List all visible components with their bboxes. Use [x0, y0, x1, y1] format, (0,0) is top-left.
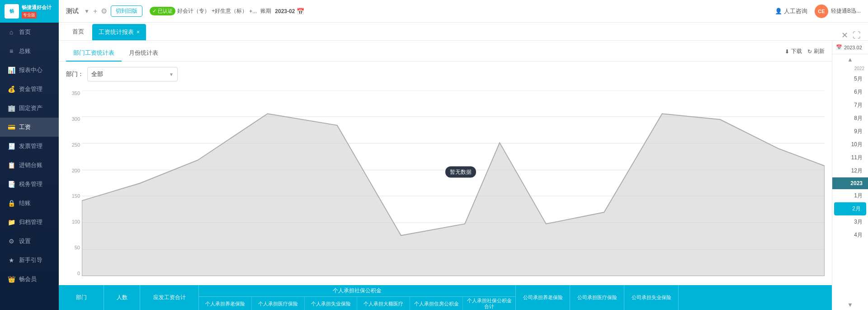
sidebar-item-home[interactable]: ⌂ 首页 — [0, 23, 59, 42]
logo-icon: 畅 — [5, 4, 19, 19]
calendar-icon[interactable]: 📅 — [297, 8, 304, 15]
tab-close-icon[interactable]: × — [137, 29, 140, 35]
tab-salary-report[interactable]: 工资统计报表 × — [92, 24, 146, 40]
help-button[interactable]: 👤 人工咨询 — [775, 7, 807, 15]
logo-text: 畅捷通好会计 专业版 — [22, 4, 52, 18]
sidebar-reports-label: 报表中心 — [19, 66, 42, 74]
sidebar-item-sales[interactable]: 📋 进销台账 — [0, 156, 59, 175]
th-count: 人数 — [104, 285, 140, 310]
calendar-small-icon: 📅 — [836, 44, 842, 50]
month-2022-11[interactable]: 11月 — [832, 151, 868, 164]
th-total-salary: 应发工资合计 — [140, 285, 199, 310]
th-company-medical: 公司承担医疗保险 — [570, 285, 624, 310]
date-down-button[interactable]: ▼ — [832, 300, 868, 310]
topbar: 测试 ▼ + ⚙ 切到旧版 ✓ 已认证 好会计（专） +好生意（标） +... … — [59, 0, 868, 23]
table-header: 部门 人数 应发工资合计 个人承担社保公积金 个人承担养老保险 — [59, 285, 832, 310]
vip-icon: 👑 — [7, 276, 15, 283]
sidebar-invoice-label: 发票管理 — [19, 142, 42, 150]
panel-close-icon[interactable]: ✕ — [841, 30, 848, 40]
date-up-button[interactable]: ▲ — [832, 54, 868, 65]
th-personal-pension: 个人承担养老保险 — [199, 297, 252, 310]
sidebar-item-archive[interactable]: 📁 归档管理 — [0, 213, 59, 232]
subtab-monthly[interactable]: 月份统计表 — [122, 45, 165, 62]
month-2023-2[interactable]: 2月 — [834, 202, 866, 215]
subtab-dept[interactable]: 部门工资统计表 — [66, 45, 122, 62]
tab-home[interactable]: 首页 — [66, 24, 90, 40]
panel-expand-icon[interactable]: ⛶ — [853, 31, 861, 40]
sidebar-item-vip[interactable]: 👑 畅会员 — [0, 270, 59, 289]
month-2023-3[interactable]: 3月 — [832, 215, 868, 229]
assets-icon: 🏢 — [7, 105, 15, 112]
sidebar-item-salary[interactable]: 💳 工资 — [0, 118, 59, 137]
guide-icon: ★ — [7, 257, 15, 264]
sidebar-item-guide[interactable]: ★ 新手引导 — [0, 251, 59, 270]
dept-filter-wrapper: 全部 ▼ — [87, 67, 178, 81]
topbar-badges: ✓ 已认证 好会计（专） +好生意（标） +... 账期 2023-02 📅 — [150, 7, 304, 15]
sidebar-close-label: 结账 — [19, 199, 31, 207]
year-2023-label: 2023 — [832, 177, 868, 189]
month-2022-5[interactable]: 5月 — [832, 72, 868, 86]
sidebar-home-label: 首页 — [19, 28, 31, 36]
ledger-icon: ≡ — [7, 48, 15, 55]
sidebar: 畅 畅捷通好会计 专业版 ⌂ 首页 ≡ 总账 📊 报表中心 💰 资金管理 🏢 固… — [0, 0, 59, 310]
month-2022-7[interactable]: 7月 — [832, 99, 868, 112]
month-2023-4[interactable]: 4月 — [832, 229, 868, 242]
download-icon: ⬇ — [785, 48, 789, 55]
switch-old-version-button[interactable]: 切到旧版 — [111, 5, 142, 17]
th-personal-housing-fund: 个人承担住房公积金 — [410, 297, 463, 310]
sidebar-item-invoice[interactable]: 🧾 发票管理 — [0, 137, 59, 156]
user-menu[interactable]: CE 轻捷通B迅... — [815, 5, 861, 18]
settings-icon: ⚙ — [7, 238, 15, 245]
period-value: 2023-02 — [275, 8, 295, 14]
close-period-icon: 🔒 — [7, 200, 15, 207]
y-label-150: 150 — [72, 193, 80, 199]
month-2022-6[interactable]: 6月 — [832, 86, 868, 99]
y-axis: 350 300 250 200 150 100 50 0 — [66, 91, 82, 276]
sidebar-item-ledger[interactable]: ≡ 总账 — [0, 42, 59, 61]
right-panel-date: 📅 2023.02 ▲ 2022 5月 6月 7月 8月 9月 10月 11月 … — [832, 41, 868, 310]
topbar-chevron-icon[interactable]: ▼ — [84, 8, 90, 14]
y-label-300: 300 — [72, 116, 80, 122]
period-label: 账期 — [260, 7, 271, 15]
sidebar-guide-label: 新手引导 — [19, 256, 42, 264]
sidebar-item-close[interactable]: 🔒 结账 — [0, 194, 59, 213]
th-company-unemployment: 公司承担失业保险 — [624, 285, 679, 310]
refresh-button[interactable]: ↻ 刷新 — [807, 48, 825, 55]
month-2022-8[interactable]: 8月 — [832, 112, 868, 125]
sidebar-item-tax[interactable]: 📑 税务管理 — [0, 175, 59, 194]
month-2022-10[interactable]: 10月 — [832, 138, 868, 151]
th-dept: 部门 — [59, 285, 104, 310]
month-2022-12[interactable]: 12月 — [832, 164, 868, 177]
sidebar-assets-label: 固定资产 — [19, 104, 42, 112]
refresh-icon: ↻ — [807, 48, 812, 55]
month-2023-1[interactable]: 1月 — [832, 189, 868, 202]
subtab-bar: 部门工资统计表 月份统计表 ⬇ 下载 ↻ 刷新 — [59, 41, 832, 62]
reports-icon: 📊 — [7, 67, 15, 74]
product-badge3: +... — [249, 8, 257, 14]
download-button[interactable]: ⬇ 下载 — [785, 48, 802, 55]
sidebar-item-settings[interactable]: ⚙ 设置 — [0, 232, 59, 251]
user-name: 轻捷通B迅... — [831, 7, 861, 15]
topbar-add-icon[interactable]: + — [93, 7, 97, 15]
help-icon: 👤 — [775, 8, 782, 14]
th-personal-medical: 个人承担医疗保险 — [252, 297, 305, 310]
month-list: 2022 5月 6月 7月 8月 9月 10月 11月 12月 2023 1月 … — [832, 65, 868, 300]
sidebar-settings-label: 设置 — [19, 237, 31, 245]
sidebar-item-assets[interactable]: 🏢 固定资产 — [0, 99, 59, 118]
y-label-50: 50 — [75, 245, 80, 250]
subtab-left: 部门工资统计表 月份统计表 — [66, 45, 165, 61]
chart-container: 350 300 250 200 150 100 50 0 — [66, 91, 825, 285]
sidebar-archive-label: 归档管理 — [19, 218, 42, 226]
dept-select[interactable]: 全部 ▼ — [87, 67, 178, 81]
sidebar-item-reports[interactable]: 📊 报表中心 — [0, 61, 59, 80]
chart-area: 350 300 250 200 150 100 50 0 — [59, 87, 832, 285]
tax-icon: 📑 — [7, 181, 15, 188]
month-2022-9[interactable]: 9月 — [832, 125, 868, 138]
y-label-350: 350 — [72, 91, 80, 96]
product-badge1: 好会计（专） — [177, 7, 210, 15]
topbar-right: 👤 人工咨询 CE 轻捷通B迅... — [775, 5, 861, 18]
chart-area-path — [82, 114, 825, 276]
topbar-gear-icon[interactable]: ⚙ — [101, 7, 107, 15]
th-personal-total: 个人承担社保公积金合计 — [463, 297, 515, 310]
sidebar-item-funds[interactable]: 💰 资金管理 — [0, 80, 59, 99]
